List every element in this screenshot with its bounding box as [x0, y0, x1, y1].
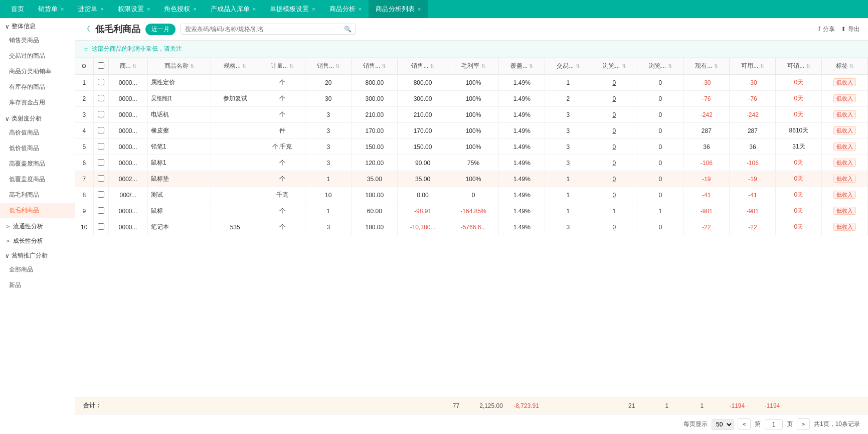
row-transaction: 1: [545, 171, 591, 187]
sidebar-item-stock-capital[interactable]: 库存资金占用: [0, 95, 75, 110]
name-column-header[interactable]: 商品名称 ⇅: [147, 58, 211, 75]
row-checkbox[interactable]: [93, 75, 108, 91]
row-gross-margin: -5766.6...: [448, 219, 499, 235]
row-checkbox[interactable]: [93, 123, 108, 139]
sidebar-item-high-value[interactable]: 高价值商品: [0, 125, 75, 140]
nav-permission[interactable]: 权限设置 ×: [111, 0, 157, 18]
export-button[interactable]: ⬆ 导出: [841, 25, 860, 34]
browse1-column-header[interactable]: 浏览... ⇅: [591, 58, 637, 75]
tag-column-header[interactable]: 标签 ⇅: [822, 58, 868, 75]
settings-column-header[interactable]: ⚙: [75, 58, 93, 75]
close-icon[interactable]: ×: [253, 6, 256, 12]
next-page-button[interactable]: ＞: [797, 418, 810, 430]
nav-goods-analysis-list[interactable]: 商品分析列表 ×: [369, 0, 428, 18]
code-column-header[interactable]: 商... ⇅: [108, 58, 147, 75]
row-checkbox[interactable]: [93, 171, 108, 187]
transaction-column-header[interactable]: 交易... ⇅: [545, 58, 591, 75]
browse2-column-header[interactable]: 浏览... ⇅: [637, 58, 683, 75]
spec-column-header[interactable]: 规格... ⇅: [211, 58, 259, 75]
sidebar-group-overall[interactable]: ∨ 整体信息: [0, 18, 75, 33]
sidebar-item-low-coverage[interactable]: 低覆盖度商品: [0, 172, 75, 187]
current-stock-column-header[interactable]: 现有... ⇅: [683, 58, 730, 75]
sidebar-item-high-margin[interactable]: 高毛利商品: [0, 187, 75, 203]
close-icon[interactable]: ×: [359, 6, 362, 12]
nav-home[interactable]: 首页: [4, 0, 31, 18]
search-input[interactable]: [185, 26, 341, 33]
row-browse1[interactable]: 0: [591, 123, 637, 139]
prev-page-button[interactable]: ＜: [738, 418, 751, 430]
row-browse1[interactable]: 0: [591, 171, 637, 187]
close-icon[interactable]: ×: [61, 6, 64, 12]
page-number-input[interactable]: [765, 419, 783, 429]
row-coverage: 1.49%: [499, 75, 545, 91]
row-checkbox[interactable]: [93, 139, 108, 155]
sale-count-column-header[interactable]: 销售... ⇅: [305, 58, 352, 75]
checkbox-column-header[interactable]: [93, 58, 108, 75]
row-checkbox[interactable]: [93, 155, 108, 171]
coverage-column-header[interactable]: 覆盖... ⇅: [499, 58, 545, 75]
row-tag: 低收入: [822, 219, 868, 235]
salable-stock-column-header[interactable]: 可销... ⇅: [776, 58, 822, 75]
footer-transaction: 21: [614, 402, 649, 409]
sidebar-item-high-coverage[interactable]: 高覆盖度商品: [0, 156, 75, 172]
share-button[interactable]: ⤴ 分享: [818, 25, 835, 34]
row-spec: [211, 123, 259, 139]
top-navigation: 首页 销货单 × 进货单 × 权限设置 × 角色授权 × 产成品入库单 × 单据…: [0, 0, 868, 18]
search-icon[interactable]: 🔍: [344, 26, 352, 33]
sidebar-collapse-button[interactable]: 《: [83, 25, 90, 34]
row-browse1[interactable]: 0: [591, 91, 637, 107]
sidebar-group-coverage[interactable]: ∨ 类射度分析: [0, 110, 75, 125]
sidebar-item-new-goods[interactable]: 新品: [0, 277, 75, 293]
row-browse1[interactable]: 0: [591, 139, 637, 155]
row-sale-profit: 800.00: [398, 75, 448, 91]
row-unit: 件: [259, 123, 305, 139]
sidebar-item-in-stock[interactable]: 有库存的商品: [0, 79, 75, 95]
nav-goods-analysis[interactable]: 商品分析 ×: [322, 0, 369, 18]
nav-template[interactable]: 单据模板设置 ×: [263, 0, 322, 18]
sidebar-item-low-value[interactable]: 低价值商品: [0, 140, 75, 156]
sidebar-item-all-goods[interactable]: 全部商品: [0, 262, 75, 277]
row-browse1[interactable]: 1: [591, 203, 637, 219]
nav-sales[interactable]: 销货单 ×: [31, 0, 71, 18]
sidebar-item-category-rate[interactable]: 商品分类助销率: [0, 64, 75, 79]
nav-role[interactable]: 角色授权 ×: [157, 0, 203, 18]
close-icon[interactable]: ×: [418, 6, 421, 12]
sidebar-item-low-margin[interactable]: 低毛利商品: [0, 203, 75, 218]
row-browse1[interactable]: 0: [591, 155, 637, 171]
unit-column-header[interactable]: 计量... ⇅: [259, 58, 305, 75]
sidebar-group-marketing[interactable]: ∨ 营销推广分析: [0, 247, 75, 262]
row-browse1[interactable]: 0: [591, 75, 637, 91]
page-size-select[interactable]: 50: [712, 419, 734, 430]
gross-margin-column-header[interactable]: 毛利率 ⇅: [448, 58, 499, 75]
close-icon[interactable]: ×: [193, 6, 196, 12]
settings-icon[interactable]: ⚙: [81, 63, 87, 70]
close-icon[interactable]: ×: [100, 6, 103, 12]
nav-finished-goods[interactable]: 产成品入库单 ×: [204, 0, 263, 18]
row-checkbox[interactable]: [93, 91, 108, 107]
available-stock-column-header[interactable]: 可用... ⇅: [730, 58, 776, 75]
sale-profit-column-header[interactable]: 销售... ⇅: [398, 58, 448, 75]
row-browse1[interactable]: 0: [591, 107, 637, 123]
row-salable-stock: 8610天: [776, 123, 822, 139]
select-all-checkbox[interactable]: [98, 62, 104, 69]
row-transaction: 1: [545, 75, 591, 91]
close-icon[interactable]: ×: [312, 6, 315, 12]
filter-recent-month-button[interactable]: 近一月: [145, 24, 176, 35]
nav-purchase[interactable]: 进货单 ×: [71, 0, 110, 18]
row-transaction: 3: [545, 107, 591, 123]
row-checkbox[interactable]: [93, 187, 108, 203]
sidebar-group-liquidity[interactable]: ＞ 流通性分析: [0, 218, 75, 233]
sale-amount-column-header[interactable]: 销售... ⇅: [352, 58, 398, 75]
row-checkbox[interactable]: [93, 107, 108, 123]
row-code: 0000...: [108, 219, 147, 235]
row-browse1[interactable]: 0: [591, 219, 637, 235]
row-current-stock: -76: [683, 91, 730, 107]
row-browse1[interactable]: 0: [591, 187, 637, 203]
row-sale-profit: 90.00: [398, 155, 448, 171]
sidebar-group-growth[interactable]: ＞ 成长性分析: [0, 233, 75, 247]
sidebar-item-sales-goods[interactable]: 销售类商品: [0, 33, 75, 48]
sidebar-item-traded-goods[interactable]: 交易过的商品: [0, 48, 75, 64]
close-icon[interactable]: ×: [147, 6, 150, 12]
row-checkbox[interactable]: [93, 219, 108, 235]
row-checkbox[interactable]: [93, 203, 108, 219]
